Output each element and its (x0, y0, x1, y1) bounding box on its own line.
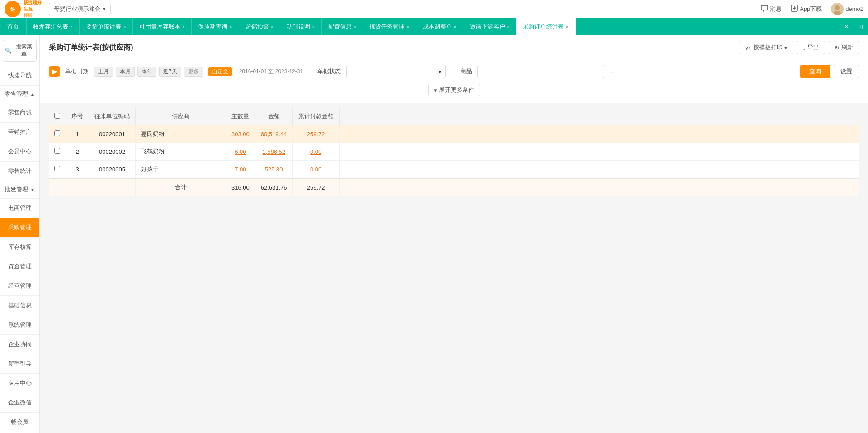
tab-chengbentj[interactable]: 成本调整单 × (416, 18, 463, 35)
tab-caigoudd[interactable]: 采购订单统计表 × (516, 18, 575, 35)
row-checkbox[interactable] (54, 166, 60, 171)
paid-link[interactable]: 259.72 (307, 131, 325, 138)
retail-mgmt-label: 零售管理 (5, 90, 28, 98)
sidebar-item-purchase[interactable]: 采购管理 (0, 218, 39, 238)
sidebar-item-member2[interactable]: 畅会员 (0, 413, 39, 432)
sidebar-item-basic-info[interactable]: 基础信息 (0, 296, 39, 315)
tab-peizhixx[interactable]: 配置信息 × (322, 18, 363, 35)
row-checkbox-cell (49, 125, 66, 143)
row-amount-cell[interactable]: 525.80 (255, 161, 292, 179)
sidebar-item-operations[interactable]: 经营管理 (0, 276, 39, 296)
tab-close-icon[interactable]: × (182, 24, 185, 29)
amount-link[interactable]: 60,519.44 (261, 131, 287, 138)
sidebar-item-member[interactable]: 会员中心 (0, 142, 39, 162)
tab-yaoqingxy[interactable]: 邀请下游客户 × (463, 18, 516, 35)
query-button[interactable]: 查询 (800, 65, 830, 78)
app-download-button[interactable]: App下载 (791, 5, 822, 13)
amount-link[interactable]: 1,586.52 (262, 148, 285, 155)
nav-maximize-button[interactable]: ⊡ (854, 19, 868, 34)
status-select[interactable]: ▾ (346, 65, 446, 78)
paid-link[interactable]: 0.00 (310, 166, 321, 173)
refresh-button[interactable]: ↻ 刷新 (829, 41, 859, 54)
filter-toggle-button[interactable]: ▶ (49, 66, 60, 77)
row-qty-cell[interactable]: 7.00 (226, 161, 255, 179)
sidebar-item-sys-mgmt[interactable]: 系统管理 (0, 315, 39, 335)
qty-link[interactable]: 7.00 (235, 166, 246, 173)
select-all-checkbox[interactable] (54, 113, 60, 119)
user-avatar[interactable]: demo2 (831, 3, 863, 15)
tab-baozhiqi[interactable]: 保质期查询 × (192, 18, 239, 35)
tab-close-icon[interactable]: × (123, 24, 126, 29)
tab-close-icon[interactable]: × (406, 24, 409, 29)
qty-link[interactable]: 303.00 (231, 131, 250, 138)
chevron-down-icon: ▾ (439, 68, 442, 75)
tab-close-icon[interactable]: × (354, 24, 356, 29)
shortcut-7days[interactable]: 近7天 (159, 67, 181, 77)
tab-close-icon[interactable]: × (507, 24, 509, 29)
tab-keyongkc[interactable]: 可用量库存账本 × (133, 18, 192, 35)
row-qty-cell[interactable]: 6.00 (226, 143, 255, 161)
sidebar-item-retail-shop[interactable]: 零售商城 (0, 103, 39, 123)
row-paid-cell[interactable]: 0.00 (292, 161, 339, 179)
tab-chaochuyj[interactable]: 超储预警 × (239, 18, 280, 35)
sidebar-item-wholesale[interactable]: 批发管理 ▼ (0, 181, 39, 199)
export-label: 导出 (807, 43, 819, 52)
tab-close-icon[interactable]: × (271, 24, 274, 29)
row-checkbox[interactable] (54, 148, 60, 154)
shortcut-more[interactable]: 更多 (184, 67, 203, 77)
paid-link[interactable]: 0.00 (310, 148, 321, 155)
row-checkbox[interactable] (54, 130, 60, 136)
sidebar-item-enterprise-wx[interactable]: 企业微信 (0, 393, 39, 413)
row-paid-cell[interactable]: 0.00 (292, 143, 339, 161)
sidebar-item-new-guide[interactable]: 新手引导 (0, 354, 39, 374)
tab-gongnengms[interactable]: 功能说明 × (280, 18, 321, 35)
retail-stats-label: 零售统计 (8, 167, 32, 174)
sidebar-item-finance[interactable]: 资金管理 (0, 257, 39, 276)
search-menu-button[interactable]: 🔍 搜索菜单 (3, 40, 37, 62)
nav-close-button[interactable]: × (839, 19, 854, 34)
row-paid-cell[interactable]: 259.72 (292, 125, 339, 143)
retail-shop-label: 零售商城 (8, 109, 32, 116)
member-label: 会员中心 (8, 148, 32, 155)
tab-label: 超储预警 (245, 23, 269, 31)
export-button[interactable]: ↓ 导出 (797, 41, 826, 54)
export-icon: ↓ (803, 44, 806, 51)
tab-close-icon[interactable]: × (312, 24, 315, 29)
ecommerce-label: 电商管理 (8, 205, 32, 211)
sidebar-item-retail-stats[interactable]: 零售统计 (0, 162, 39, 181)
amount-link[interactable]: 525.80 (265, 166, 283, 173)
tab-close-icon[interactable]: × (566, 24, 568, 29)
qty-link[interactable]: 6.00 (235, 148, 246, 155)
workspace-selector[interactable]: 母婴行业演示账套 ▾ (49, 3, 111, 15)
sidebar-item-retail-mgmt[interactable]: 零售管理 ▲ (0, 86, 39, 103)
sidebar-item-enterprise[interactable]: 企业协同 (0, 335, 39, 354)
row-amount-cell[interactable]: 60,519.44 (255, 125, 292, 143)
sidebar-item-inventory[interactable]: 库存核算 (0, 238, 39, 257)
tab-close-icon[interactable]: × (70, 24, 73, 29)
row-qty-cell[interactable]: 303.00 (226, 125, 255, 143)
expand-more-button[interactable]: ▾ 展开更多条件 (428, 84, 480, 96)
shortcut-this-year[interactable]: 本年 (137, 67, 156, 77)
tab-shoufajh[interactable]: 收发存汇总表 × (27, 18, 80, 35)
data-table: 序号 往来单位编码 供应商 主数量 金额 累计付款金额 1 00020001 (49, 108, 859, 196)
sidebar-item-marketing[interactable]: 营销推广 (0, 123, 39, 142)
tab-home[interactable]: 首页 (0, 18, 27, 35)
print-button[interactable]: 🖨 按模板打印 ▾ (740, 41, 793, 54)
tab-paihuorw[interactable]: 拣货任务管理 × (363, 18, 416, 35)
goods-more-icon[interactable]: ··· (609, 68, 614, 75)
settings-button[interactable]: 设置 (834, 65, 859, 78)
shortcut-last-month[interactable]: 上月 (94, 67, 113, 77)
sidebar-item-ecommerce[interactable]: 电商管理 (0, 199, 39, 218)
tab-yaohuodtj[interactable]: 要货单统计表 × (80, 18, 132, 35)
col-amount-header: 金额 (255, 108, 292, 125)
message-button[interactable]: 消息 (761, 5, 782, 13)
tab-label: 收发存汇总表 (33, 23, 68, 31)
sidebar-item-app-center[interactable]: 应用中心 (0, 374, 39, 393)
row-amount-cell[interactable]: 1,586.52 (255, 143, 292, 161)
shortcut-this-month[interactable]: 本月 (116, 67, 135, 77)
quicknav-label: 快捷导航 (8, 72, 32, 79)
sidebar-item-quicknav[interactable]: 快捷导航 (0, 66, 39, 86)
goods-input[interactable] (477, 65, 604, 78)
tab-close-icon[interactable]: × (229, 24, 232, 29)
tab-close-icon[interactable]: × (454, 24, 457, 29)
